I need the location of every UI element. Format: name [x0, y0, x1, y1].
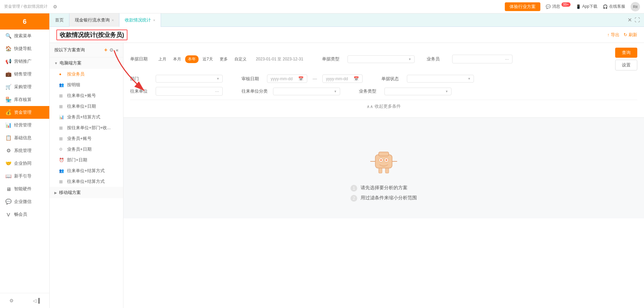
trial-button[interactable]: 体验行业方案	[505, 2, 540, 11]
counterpart-class-select[interactable]: ▾	[273, 88, 340, 95]
wechat-icon: 💬	[5, 199, 11, 205]
collapse-label: 收起更多条件	[375, 103, 401, 109]
sidebar-item-member[interactable]: V 畅会员	[0, 208, 49, 221]
sidebar-item-hardware[interactable]: 🖥 智能硬件	[0, 183, 49, 195]
collapse-panel-icon[interactable]: «	[116, 47, 118, 53]
refresh-button[interactable]: ↻ 刷新	[624, 32, 637, 38]
sidebar-item-quicknav[interactable]: 🏠 快捷导航	[0, 42, 49, 55]
salesman-select[interactable]: ···	[452, 55, 513, 63]
review-date-start[interactable]: yyyy-mm-dd 📅	[267, 74, 307, 83]
desktop-group-label: 电脑端方案	[60, 60, 82, 66]
date-tab-this-year[interactable]: 本年	[185, 55, 199, 63]
calendar-end-icon[interactable]: 📅	[354, 76, 359, 81]
sidebar-item-wechat[interactable]: 💬 企业微信	[0, 195, 49, 208]
step-2-text: 用过滤条件来缩小分析范围	[361, 195, 417, 201]
date-tab-last-month[interactable]: 上月	[156, 55, 169, 63]
app-download-item[interactable]: 📱 App下载	[576, 4, 597, 9]
desktop-group-header[interactable]: ▼ 电脑端方案	[50, 57, 123, 69]
add-scheme-icon[interactable]: +	[104, 47, 107, 53]
sidebar-item-basic[interactable]: 📋 基础信息	[0, 132, 49, 144]
settings-button[interactable]: 设置	[615, 60, 637, 70]
scheme-cs1-icon: 👥	[59, 168, 64, 173]
scheme-cd-icon: ▦	[59, 104, 64, 109]
calendar-start-icon[interactable]: 📅	[298, 76, 304, 81]
scheme-settings-icon[interactable]: ⚙	[109, 47, 114, 53]
settings-bottom-icon[interactable]: ⚙	[8, 297, 15, 305]
svg-point-5	[385, 159, 387, 161]
scheme-item-counterpart-date[interactable]: ▦ 往来单位+日期	[50, 101, 123, 112]
export-button[interactable]: ↑ 导出	[607, 32, 620, 38]
close-cashflow-icon[interactable]: ×	[112, 18, 114, 22]
left-panel-header: 按以下方案查询 + ⚙ «	[50, 43, 123, 57]
date-tab-custom[interactable]: 自定义	[232, 55, 249, 63]
sidebar-item-enterprise[interactable]: 🤝 企业协同	[0, 157, 49, 170]
scheme-item-dept-date[interactable]: ⏰ 部门+日期	[50, 155, 123, 165]
scheme-item-counterpart-dept[interactable]: ▦ 按往来单位+部门+收...	[50, 122, 123, 133]
scheme-item-salesman[interactable]: ● 按业务员	[50, 69, 123, 80]
sidebar-item-system[interactable]: ⚙ 系统管理	[0, 144, 49, 157]
scheme-sa-icon: ▦	[59, 136, 64, 141]
search-icon: 🔍	[5, 33, 11, 39]
review-date-end[interactable]: yyyy-mm-dd 📅	[322, 74, 363, 83]
collapse-bar[interactable]: ∧∧ 收起更多条件	[130, 100, 637, 113]
scheme-ss-label: 业务员+结算方式	[67, 114, 100, 120]
tab-home[interactable]: 首页	[50, 13, 69, 27]
sidebar-item-finance[interactable]: 💰 资金管理	[0, 106, 49, 119]
mobile-group-header[interactable]: ▶ 移动端方案	[50, 187, 123, 198]
sidebar-item-marketing[interactable]: 📢 营销推广	[0, 55, 49, 68]
sidebar-item-purchase[interactable]: 🛒 采购管理	[0, 81, 49, 93]
scheme-item-salesman-settle[interactable]: 📊 业务员+结算方式	[50, 112, 123, 122]
sidebar-label-quicknav: 快捷导航	[14, 46, 32, 52]
maximize-icon[interactable]: ⛶	[635, 17, 640, 23]
sidebar-label-member: 畅会员	[14, 211, 27, 217]
sidebar-item-guide[interactable]: 📖 新手引导	[0, 170, 49, 183]
export-icon: ↑	[607, 32, 610, 37]
sidebar-item-sales[interactable]: 💼 销售管理	[0, 68, 49, 81]
scheme-sa-label: 业务员+账号	[67, 136, 92, 142]
close-window-icon[interactable]: ✕	[628, 17, 632, 23]
filter-row-2: 部门 ▾ 审核日期 yyyy-mm-dd 📅 — yyyy-mm-dd 📅	[130, 74, 637, 83]
scheme-detail-label: 按明细	[67, 82, 80, 88]
doc-type-select[interactable]: ▾	[347, 55, 415, 63]
counterpart-select[interactable]: ···	[156, 87, 223, 96]
tab-receipts[interactable]: 收款情况统计 ×	[119, 13, 161, 27]
query-button[interactable]: 查询	[615, 48, 637, 58]
scheme-item-counterpart-settle2[interactable]: ▦ 往来单位+结算方式	[50, 176, 123, 187]
guide-icon: 📖	[5, 173, 11, 179]
date-tab-7days[interactable]: 近7天	[200, 55, 216, 63]
sidebar-label-wechat: 企业微信	[14, 199, 32, 205]
sidebar-item-search[interactable]: 🔍 搜索菜单	[0, 30, 49, 42]
sidebar-item-operations[interactable]: 📊 经营管理	[0, 119, 49, 132]
empty-steps: 1 请先选择要分析的方案 2 用过滤条件来缩小分析范围	[351, 185, 417, 205]
mobile-scheme-group: ▶ 移动端方案	[50, 187, 123, 198]
breadcrumb: 资金管理 / 收款情况统计	[4, 4, 48, 9]
scheme-item-detail[interactable]: 👥 按明细	[50, 80, 123, 90]
close-receipts-icon[interactable]: ×	[153, 18, 155, 22]
sidebar-item-inventory[interactable]: 🏪 库存核算	[0, 93, 49, 106]
salesman-dots[interactable]: ···	[505, 56, 509, 62]
empty-robot-illustration	[367, 145, 400, 178]
scheme-item-counterpart-settle1[interactable]: 👥 往来单位+结算方式	[50, 165, 123, 176]
scheme-item-counterpart-account[interactable]: ▦ 往来单位+账号	[50, 90, 123, 101]
scheme-item-salesman-account[interactable]: ▦ 业务员+账号	[50, 133, 123, 144]
date-tab-this-month[interactable]: 本月	[170, 55, 184, 63]
user-avatar[interactable]: Rit	[631, 2, 640, 11]
date-dash: —	[313, 76, 317, 81]
business-type-select[interactable]: ▾	[384, 88, 451, 95]
counterpart-dots[interactable]: ···	[215, 89, 219, 94]
scheme-cs2-icon: ▦	[59, 179, 64, 184]
counterpart-class-label: 往来单位分类	[241, 88, 268, 94]
date-tab-more[interactable]: 更多	[217, 55, 230, 63]
review-date-label: 审核日期	[241, 76, 262, 82]
messages-item[interactable]: 💬 消息 99+	[546, 4, 571, 9]
scheme-item-salesman-date[interactable]: ⚙ 业务员+日期	[50, 144, 123, 155]
step-num-1: 1	[351, 185, 357, 192]
gear-icon[interactable]: ⚙	[53, 4, 57, 9]
empty-step-1: 1 请先选择要分析的方案	[351, 185, 417, 192]
date-tabs: 上月 本月 本年 近7天 更多 自定义	[156, 55, 249, 63]
online-service-item[interactable]: 🎧 在线客服	[603, 4, 625, 9]
doc-status-select[interactable]: ▾	[407, 75, 474, 83]
tab-cashflow[interactable]: 现金银行流水查询 ×	[69, 13, 119, 27]
dept-select[interactable]: ▾	[156, 75, 223, 83]
collapse-sidebar-icon[interactable]: ◁▐	[32, 297, 41, 305]
